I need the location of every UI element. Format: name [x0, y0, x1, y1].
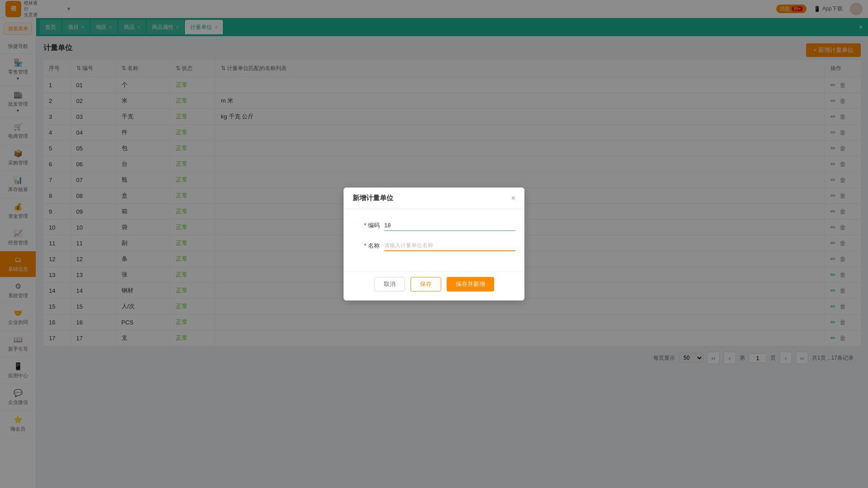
cancel-btn[interactable]: 取消 — [374, 277, 405, 291]
add-unit-modal: 新增计量单位 × * 编码 * 名称 取消 保存 保存并新增 — [344, 188, 524, 300]
save-new-btn[interactable]: 保存并新增 — [447, 277, 494, 291]
code-form-row: * 编码 — [353, 220, 515, 231]
save-btn[interactable]: 保存 — [410, 277, 441, 291]
modal-title: 新增计量单位 — [353, 194, 393, 202]
name-input[interactable] — [384, 240, 515, 251]
modal-body: * 编码 * 名称 — [344, 209, 524, 271]
name-form-row: * 名称 — [353, 240, 515, 251]
modal-overlay: 新增计量单位 × * 编码 * 名称 取消 保存 保存并新增 — [0, 0, 868, 488]
code-input[interactable] — [384, 220, 515, 231]
modal-footer: 取消 保存 保存并新增 — [344, 271, 524, 300]
modal-close-btn[interactable]: × — [511, 194, 515, 202]
modal-header: 新增计量单位 × — [344, 188, 524, 209]
code-label: * 编码 — [353, 221, 380, 230]
name-label: * 名称 — [353, 242, 380, 250]
